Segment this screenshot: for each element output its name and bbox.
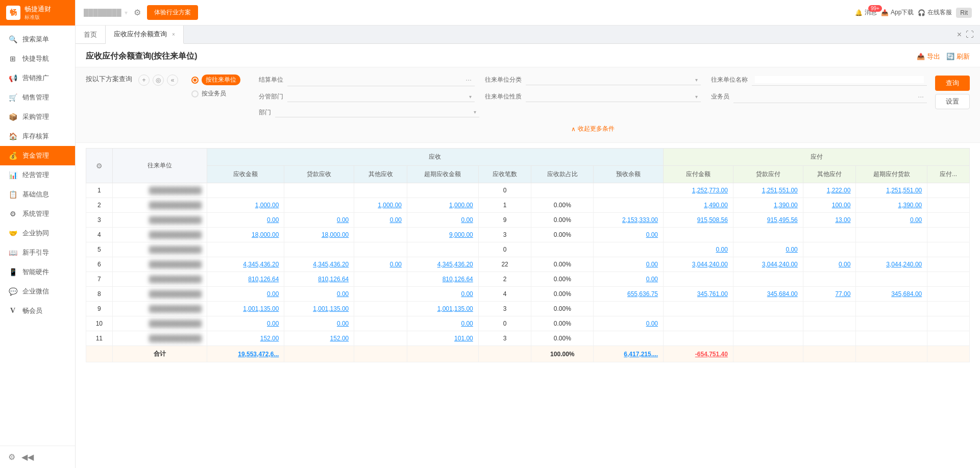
cell-overdue_receivable[interactable]: 1,000.00 [407,198,478,213]
cell-receivable_amount[interactable]: 152.00 [207,331,284,346]
cell-payable_amount[interactable]: 1,252,773.00 [664,183,733,198]
cell-receivable_loan[interactable]: 4,345,436.20 [284,257,354,272]
tab-close-btn[interactable]: × [172,32,175,37]
cell-overdue_receivable[interactable]: 1,001,135.00 [407,302,478,316]
cell-overdue_payable[interactable]: 0.00 [856,213,927,228]
cell-payable_amount[interactable]: 3,044,240.00 [664,257,733,272]
cell-payable_other[interactable]: 1,222.00 [803,183,856,198]
sidebar-item-purchase[interactable]: 📦 采购管理 [0,107,75,127]
partner-nature-chevron[interactable]: ▾ [695,94,698,100]
maximize-window-btn[interactable]: ⛶ [966,30,974,39]
cell-receivable_amount[interactable]: 810,126.64 [207,272,284,287]
cell-receivable_other[interactable] [354,272,407,287]
cell-receivable_other[interactable] [354,331,407,346]
cell-overdue_receivable[interactable]: 4,345,436.20 [407,257,478,272]
total-advance-balance[interactable]: 6,417,215.... [594,346,664,362]
collapse-sidebar-btn[interactable]: ◀◀ [21,452,34,462]
cell-advance_balance[interactable] [594,302,664,316]
cell-receivable_amount[interactable]: 0.00 [207,287,284,302]
cell-payable_other[interactable] [803,331,856,346]
user-menu[interactable]: Rit [956,9,972,16]
cell-advance_balance[interactable]: 0.00 [594,272,664,287]
cell-payable_loan[interactable]: 0.00 [733,242,803,257]
cell-payable_loan[interactable] [733,272,803,287]
cell-receivable_other[interactable] [354,316,407,331]
cell-overdue_receivable[interactable] [407,242,478,257]
filter-mode-salesperson[interactable]: 按业务员 [191,89,240,98]
app-download-btn[interactable]: 📥 App下载 [881,8,914,17]
cell-payable_amount[interactable] [664,228,733,242]
dept-chevron[interactable]: ▾ [474,109,476,115]
cell-payable_other[interactable] [803,302,856,316]
filter-mode-partner[interactable]: 按往来单位 [191,75,240,85]
partner-category-chevron[interactable]: ▾ [695,77,698,83]
cell-advance_balance[interactable] [594,183,664,198]
cell-payable_loan[interactable] [733,228,803,242]
cell-payable_loan[interactable]: 1,251,551.00 [733,183,803,198]
cell-receivable_amount[interactable]: 0.00 [207,316,284,331]
cell-overdue_payable[interactable]: 345,684.00 [856,287,927,302]
cell-overdue_payable[interactable] [856,302,927,316]
cell-overdue_payable[interactable] [856,242,927,257]
cell-advance_balance[interactable]: 0.00 [594,316,664,331]
cell-payable_other[interactable] [803,272,856,287]
cell-receivable_loan[interactable]: 0.00 [284,316,354,331]
close-window-btn[interactable]: × [957,30,962,39]
tab-home[interactable]: 首页 [76,26,106,43]
cell-payable_loan[interactable] [733,302,803,316]
collapse-filter-btn[interactable]: « [167,75,178,86]
cell-receivable_other[interactable]: 1,000.00 [354,198,407,213]
cell-receivable_other[interactable] [354,302,407,316]
cell-overdue_payable[interactable] [856,331,927,346]
sidebar-item-inventory[interactable]: 🏠 库存核算 [0,127,75,146]
cell-payable_other[interactable] [803,228,856,242]
export-btn[interactable]: 📤 导出 [917,52,940,61]
sidebar-item-member[interactable]: V 畅会员 [0,301,75,321]
cell-advance_balance[interactable] [594,331,664,346]
customer-service-btn[interactable]: 🎧 在线客服 [918,8,952,17]
cell-overdue_payable[interactable] [856,272,927,287]
settlement-unit-dots[interactable]: ··· [465,76,472,84]
cell-receivable_other[interactable]: 0.00 [354,257,407,272]
cell-receivable_other[interactable] [354,287,407,302]
cell-advance_balance[interactable]: 655,636.75 [594,287,664,302]
cell-receivable_amount[interactable]: 1,001,135.00 [207,302,284,316]
filter-settings-btn[interactable]: ◎ [153,75,164,86]
cell-receivable_loan[interactable] [284,183,354,198]
salesperson-dots[interactable]: ··· [918,92,924,101]
sidebar-item-quick-nav[interactable]: ⊞ 快捷导航 [0,49,75,68]
cell-advance_balance[interactable]: 2,153,333.00 [594,213,664,228]
sidebar-item-search-menu[interactable]: 🔍 搜索菜单 [0,30,75,49]
refresh-btn[interactable]: 🔄 刷新 [946,52,970,61]
cell-receivable_other[interactable] [354,228,407,242]
cell-overdue_receivable[interactable]: 0.00 [407,287,478,302]
cell-receivable_loan[interactable] [284,242,354,257]
total-receivable-amount[interactable]: 19,553,472,6... [207,346,284,362]
solution-btn[interactable]: 体验行业方案 [147,5,198,20]
cell-payable_amount[interactable] [664,331,733,346]
cell-payable_amount[interactable]: 345,761.00 [664,287,733,302]
topbar-gear-icon[interactable]: ⚙ [134,8,141,17]
cell-receivable_loan[interactable]: 810,126.64 [284,272,354,287]
cell-overdue_payable[interactable] [856,316,927,331]
cell-receivable_loan[interactable]: 1,001,135.00 [284,302,354,316]
cell-payable_other[interactable] [803,242,856,257]
cell-payable_other[interactable]: 13.00 [803,213,856,228]
sidebar-item-finance[interactable]: 💰 资金管理 [0,146,75,165]
cell-payable_other[interactable]: 100.00 [803,198,856,213]
cell-payable_loan[interactable]: 3,044,240.00 [733,257,803,272]
add-filter-btn[interactable]: + [138,75,150,86]
cell-receivable_loan[interactable]: 0.00 [284,287,354,302]
cell-receivable_loan[interactable]: 0.00 [284,213,354,228]
cell-advance_balance[interactable] [594,242,664,257]
cell-payable_other[interactable] [803,316,856,331]
query-button[interactable]: 查询 [935,76,970,91]
notifications-btn[interactable]: 🔔 消息 99+ [855,8,877,17]
settings-bottom-icon[interactable]: ⚙ [8,452,15,462]
cell-receivable_amount[interactable]: 4,345,436.20 [207,257,284,272]
cell-advance_balance[interactable]: 0.00 [594,228,664,242]
cell-payable_loan[interactable]: 915,495.56 [733,213,803,228]
sidebar-item-sales[interactable]: 🛒 销售管理 [0,88,75,107]
cell-receivable_other[interactable] [354,242,407,257]
cell-receivable_amount[interactable] [207,242,284,257]
